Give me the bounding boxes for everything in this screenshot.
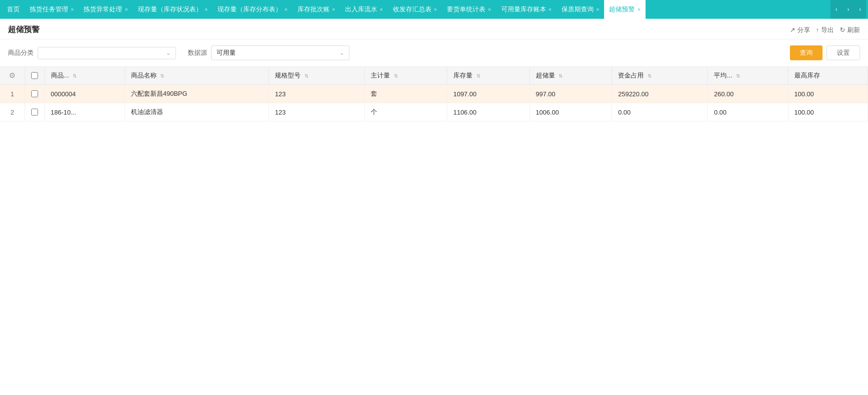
nav-item-label-abnormal: 拣货异常处理 bbox=[84, 5, 122, 14]
col-avg-header[interactable]: 平均... ⇅ bbox=[708, 67, 788, 85]
share-icon: ↗ bbox=[790, 26, 795, 34]
col-settings: ⚙ bbox=[0, 67, 25, 85]
export-label: 导出 bbox=[821, 26, 834, 35]
nav-item-close-abnormal[interactable]: × bbox=[125, 6, 128, 12]
nav-item-usable-account[interactable]: 可用量库存账本× bbox=[496, 0, 557, 19]
table-body: 1 0000004 六配套新昌490BPG 123 套 1097.00 997.… bbox=[0, 85, 868, 121]
nav-item-collect-summary[interactable]: 收发存汇总表× bbox=[388, 0, 442, 19]
refresh-label: 刷新 bbox=[847, 26, 860, 35]
nav-item-close-usable-account[interactable]: × bbox=[549, 6, 552, 12]
export-button[interactable]: ↑ 导出 bbox=[816, 26, 834, 35]
datasource-label: 数据源 bbox=[188, 48, 207, 57]
data-table: ⚙ 商品... ⇅ 商品名称 ⇅ 规格型号 ⇅ bbox=[0, 67, 868, 121]
col-stock-header[interactable]: 库存量 ⇅ bbox=[447, 67, 529, 85]
setting-button[interactable]: 设置 bbox=[826, 45, 860, 60]
col-avg-label: 平均... bbox=[714, 72, 732, 79]
nav-arrows: ‹ › › bbox=[830, 0, 866, 19]
col-capital-label: 资金占用 bbox=[618, 72, 644, 79]
table-row: 2 186-10... 机油滤清器 123 个 1106.00 1006.00 … bbox=[0, 103, 868, 121]
nav-item-in-out-flow[interactable]: 出入库流水× bbox=[340, 0, 388, 19]
nav-item-label-home: 首页 bbox=[7, 5, 20, 14]
cell-spec-1: 123 bbox=[269, 103, 365, 121]
nav-item-inventory-dist[interactable]: 现存量（库存分布表）× bbox=[213, 0, 292, 19]
col-spec-header[interactable]: 规格型号 ⇅ bbox=[269, 67, 365, 85]
nav-item-overstock-alert[interactable]: 超储预警× bbox=[604, 0, 645, 19]
cell-product-code-1: 186-10... bbox=[44, 103, 125, 121]
sort-icon-spec: ⇅ bbox=[304, 73, 308, 79]
cell-product-name-0: 六配套新昌490BPG bbox=[125, 85, 268, 103]
nav-item-close-inventory-batch[interactable]: × bbox=[332, 6, 335, 12]
nav-item-order-stats[interactable]: 要货单统计表× bbox=[442, 0, 496, 19]
cell-avg-1: 0.00 bbox=[708, 103, 788, 121]
nav-arrow-expand[interactable]: › bbox=[854, 0, 866, 19]
row-checkbox-1[interactable] bbox=[31, 109, 38, 116]
col-unit-label: 主计量 bbox=[371, 72, 390, 79]
category-dropdown-icon: ⌄ bbox=[166, 50, 171, 56]
nav-item-close-quality-check[interactable]: × bbox=[596, 6, 599, 12]
header-actions: ↗ 分享 ↑ 导出 ↻ 刷新 bbox=[790, 26, 861, 35]
nav-item-home[interactable]: 首页 bbox=[2, 0, 25, 19]
sort-icon-product-name: ⇅ bbox=[160, 73, 164, 79]
cell-capital-1: 0.00 bbox=[612, 103, 708, 121]
col-product-code-label: 商品... bbox=[51, 72, 69, 79]
datasource-dropdown-icon: ⌄ bbox=[340, 50, 344, 56]
nav-item-label-inventory-dist: 现存量（库存分布表） bbox=[217, 5, 282, 14]
category-label: 商品分类 bbox=[8, 48, 34, 57]
datasource-select[interactable]: 可用量 ⌄ bbox=[211, 45, 349, 60]
export-icon: ↑ bbox=[816, 26, 820, 34]
nav-arrow-left[interactable]: ‹ bbox=[830, 0, 842, 19]
nav-item-close-order-stats[interactable]: × bbox=[488, 6, 491, 12]
col-maxstock-header[interactable]: 最高库存 bbox=[788, 67, 868, 85]
nav-item-close-inventory-dist[interactable]: × bbox=[284, 6, 287, 12]
nav-item-close-collect-summary[interactable]: × bbox=[434, 6, 437, 12]
nav-item-label-inventory-batch: 库存批次账 bbox=[298, 5, 330, 14]
col-product-name-header[interactable]: 商品名称 ⇅ bbox=[125, 67, 268, 85]
filter-bar: 商品分类 ⌄ 数据源 可用量 ⌄ 查询 设置 bbox=[0, 40, 868, 67]
cell-unit-1: 个 bbox=[365, 103, 447, 121]
nav-item-label-overstock-alert: 超储预警 bbox=[609, 5, 635, 14]
category-select[interactable]: ⌄ bbox=[38, 47, 176, 59]
share-label: 分享 bbox=[797, 26, 810, 35]
select-all-checkbox[interactable] bbox=[31, 72, 38, 79]
nav-item-inventory-status[interactable]: 现存量（库存状况表）× bbox=[133, 0, 213, 19]
nav-arrow-right[interactable]: › bbox=[842, 0, 854, 19]
cell-index-1: 2 bbox=[0, 103, 25, 121]
nav-item-label-inventory-status: 现存量（库存状况表） bbox=[138, 5, 202, 14]
col-unit-header[interactable]: 主计量 ⇅ bbox=[365, 67, 447, 85]
cell-stock-1: 1106.00 bbox=[447, 103, 529, 121]
nav-item-close-in-out-flow[interactable]: × bbox=[380, 6, 383, 12]
refresh-button[interactable]: ↻ 刷新 bbox=[840, 26, 860, 35]
col-stock-label: 库存量 bbox=[453, 72, 473, 79]
nav-items-container: 首页拣货任务管理×拣货异常处理×现存量（库存状况表）×现存量（库存分布表）×库存… bbox=[2, 0, 830, 19]
nav-item-label-collect-summary: 收发存汇总表 bbox=[393, 5, 432, 14]
table-settings-icon[interactable]: ⚙ bbox=[6, 71, 19, 80]
cell-checkbox-1 bbox=[25, 103, 44, 121]
col-overstock-label: 超储量 bbox=[536, 72, 555, 79]
table-row: 1 0000004 六配套新昌490BPG 123 套 1097.00 997.… bbox=[0, 85, 868, 103]
query-button[interactable]: 查询 bbox=[790, 45, 823, 60]
datasource-filter: 数据源 可用量 ⌄ bbox=[188, 45, 349, 60]
refresh-icon: ↻ bbox=[840, 26, 845, 34]
col-product-name-label: 商品名称 bbox=[131, 72, 157, 79]
nav-item-task-mgmt[interactable]: 拣货任务管理× bbox=[25, 0, 79, 19]
nav-item-inventory-batch[interactable]: 库存批次账× bbox=[293, 0, 340, 19]
category-filter: 商品分类 ⌄ bbox=[8, 47, 176, 59]
row-checkbox-0[interactable] bbox=[31, 90, 38, 97]
nav-item-label-order-stats: 要货单统计表 bbox=[447, 5, 485, 14]
share-button[interactable]: ↗ 分享 bbox=[790, 26, 810, 35]
nav-item-abnormal[interactable]: 拣货异常处理× bbox=[79, 0, 132, 19]
cell-product-code-0: 0000004 bbox=[44, 85, 125, 103]
nav-item-close-task-mgmt[interactable]: × bbox=[71, 6, 74, 12]
nav-item-quality-check[interactable]: 保质期查询× bbox=[557, 0, 604, 19]
cell-maxstock-0: 100.00 bbox=[788, 85, 868, 103]
col-capital-header[interactable]: 资金占用 ⇅ bbox=[612, 67, 708, 85]
col-product-code-header[interactable]: 商品... ⇅ bbox=[44, 67, 125, 85]
nav-item-close-overstock-alert[interactable]: × bbox=[637, 6, 640, 12]
col-checkbox-header bbox=[25, 67, 44, 85]
cell-avg-0: 260.00 bbox=[708, 85, 788, 103]
nav-item-close-inventory-status[interactable]: × bbox=[205, 6, 208, 12]
cell-unit-0: 套 bbox=[365, 85, 447, 103]
col-overstock-header[interactable]: 超储量 ⇅ bbox=[529, 67, 612, 85]
page-title: 超储预警 bbox=[8, 25, 40, 35]
cell-capital-0: 259220.00 bbox=[612, 85, 708, 103]
